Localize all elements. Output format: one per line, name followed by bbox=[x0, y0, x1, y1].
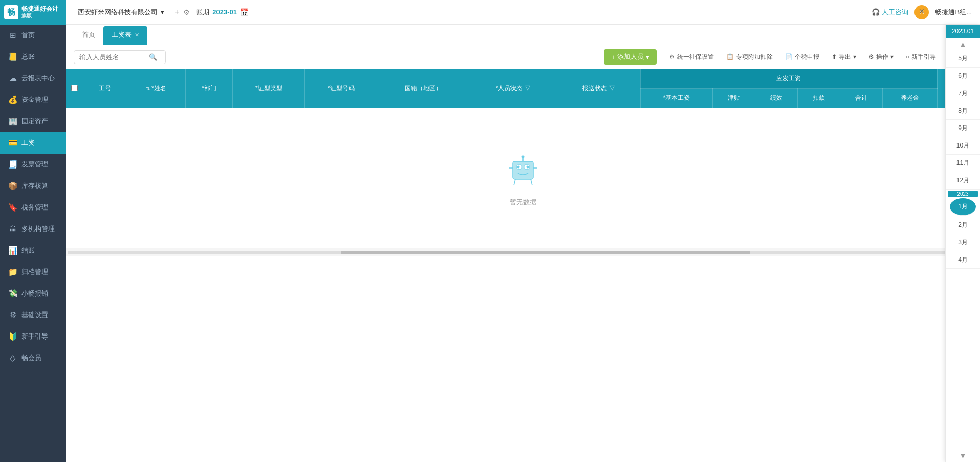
sidebar-label-tax: 税务管理 bbox=[21, 203, 48, 212]
cal-month-12月[interactable]: 12月 bbox=[946, 172, 980, 190]
tab-home[interactable]: 首页 bbox=[74, 26, 103, 45]
operate-label: 操作 bbox=[876, 53, 888, 61]
sidebar-item-tax[interactable]: 🔖税务管理 bbox=[0, 197, 66, 218]
sidebar-label-salary: 工资 bbox=[21, 138, 35, 148]
tabbar: 首页 工资表 ✕ bbox=[66, 25, 980, 45]
add-person-button[interactable]: + 添加人员 ▾ bbox=[604, 49, 657, 65]
sidebar-item-home[interactable]: ⊞首页 bbox=[0, 25, 66, 46]
select-all-checkbox[interactable] bbox=[71, 85, 78, 91]
assets-icon: 🏢 bbox=[8, 117, 17, 126]
search-box[interactable]: 🔍 bbox=[74, 50, 166, 64]
deduct-btn[interactable]: 📋 专项附加扣除 bbox=[722, 51, 777, 64]
sidebar-item-capital[interactable]: 💰资金管理 bbox=[0, 89, 66, 111]
svg-line-10 bbox=[531, 179, 532, 185]
sidebar-item-salary[interactable]: 💳工资 bbox=[0, 132, 66, 154]
cal-scroll-up[interactable]: ▲ bbox=[946, 38, 980, 50]
sidebar-item-assets[interactable]: 🏢固定资产 bbox=[0, 111, 66, 132]
col-group-salary: 应发工资 bbox=[640, 69, 937, 89]
add-company-btn[interactable]: + bbox=[175, 8, 179, 17]
scroll-track bbox=[68, 251, 978, 254]
sidebar-item-vip[interactable]: ◇畅会员 bbox=[0, 347, 66, 369]
salary-icon: 💳 bbox=[8, 138, 17, 148]
col-checkbox[interactable] bbox=[66, 69, 84, 108]
dropdown-icon: ▾ bbox=[161, 8, 164, 16]
col-deduct: 扣款 bbox=[797, 89, 840, 108]
sidebar-item-guide[interactable]: 🔰新手引导 bbox=[0, 326, 66, 347]
sidebar-item-ledger[interactable]: 📒总账 bbox=[0, 46, 66, 68]
social-setting-btn[interactable]: ⚙ 统一社保设置 bbox=[665, 51, 718, 64]
cal-month-10月[interactable]: 10月 bbox=[946, 137, 980, 155]
app-edition: 旗版 bbox=[21, 12, 58, 19]
search-icon: 🔍 bbox=[149, 53, 157, 61]
col-name: ⇅ *姓名 bbox=[126, 69, 185, 108]
sidebar-item-invoice[interactable]: 🧾发票管理 bbox=[0, 154, 66, 175]
sidebar: 畅 畅捷通好会计 旗版 ⊞首页📒总账☁云报表中心💰资金管理🏢固定资产💳工资🧾发票… bbox=[0, 0, 66, 462]
sort-icon[interactable]: ⇅ bbox=[146, 86, 150, 91]
cal-year-badge: 2023 bbox=[948, 191, 978, 197]
maximize-button[interactable]: ⤢ bbox=[932, 5, 944, 17]
cal-month-curr-1月[interactable]: 1月 bbox=[950, 198, 976, 216]
tab-home-label: 首页 bbox=[82, 30, 95, 39]
service-btn[interactable]: 🎧 人工咨询 bbox=[872, 8, 908, 17]
vip-icon: ◇ bbox=[8, 353, 17, 363]
period-label: 账期 bbox=[196, 8, 209, 17]
calendar-icon[interactable]: 📅 bbox=[240, 8, 249, 16]
sidebar-item-archive[interactable]: 📁归档管理 bbox=[0, 261, 66, 283]
svg-point-4 bbox=[526, 166, 529, 169]
cal-month-7月[interactable]: 7月 bbox=[946, 85, 980, 102]
sidebar-item-multi[interactable]: 🏛多机构管理 bbox=[0, 218, 66, 240]
cal-month-curr-3月[interactable]: 3月 bbox=[946, 234, 980, 251]
topbar: 西安虾米网络科技有限公司 ▾ + ⚙ 账期 2023-01 📅 🎧 人工咨询 B… bbox=[66, 0, 980, 25]
app-name: 畅捷通好会计 bbox=[21, 5, 58, 12]
settings-icon: ⚙ bbox=[8, 310, 17, 320]
invoice-icon: 🧾 bbox=[8, 160, 17, 169]
cal-month-curr-2月[interactable]: 2月 bbox=[946, 217, 980, 234]
settings-icon[interactable]: ⚙ bbox=[183, 8, 190, 16]
scroll-thumb[interactable] bbox=[341, 251, 751, 254]
guide-label: 新手引导 bbox=[911, 53, 936, 61]
sidebar-item-expense[interactable]: 💸小畅报销 bbox=[0, 283, 66, 304]
tab-salary[interactable]: 工资表 ✕ bbox=[103, 26, 147, 45]
table-container: 工号 ⇅ *姓名 *部门 *证型类型 *证型号码 国籍（地区） *人员状态 ▽ … bbox=[66, 69, 980, 462]
sidebar-label-archive: 归档管理 bbox=[21, 267, 48, 277]
cal-month-6月[interactable]: 6月 bbox=[946, 68, 980, 85]
tax-label: 个税申报 bbox=[795, 53, 819, 61]
app-logo: 畅 畅捷通好会计 旗版 bbox=[0, 0, 66, 25]
operate-btn[interactable]: ⚙ 操作 ▾ bbox=[864, 51, 898, 64]
cal-scroll-down[interactable]: ▼ bbox=[946, 450, 980, 462]
report-filter-icon[interactable]: ▽ bbox=[609, 85, 615, 92]
export-btn[interactable]: ⬆ 导出 ▾ bbox=[827, 51, 860, 64]
sidebar-item-closing[interactable]: 📊结账 bbox=[0, 240, 66, 261]
svg-line-9 bbox=[514, 179, 515, 185]
deduct-label: 专项附加扣除 bbox=[736, 53, 773, 61]
sidebar-item-report[interactable]: ☁云报表中心 bbox=[0, 68, 66, 89]
sidebar-item-settings[interactable]: ⚙基础设置 bbox=[0, 304, 66, 326]
period-value: 2023-01 bbox=[212, 8, 237, 16]
company-selector[interactable]: 西安虾米网络科技有限公司 ▾ bbox=[74, 6, 168, 19]
guide-btn[interactable]: ○ 新手引导 bbox=[902, 51, 940, 64]
guide-icon: 🔰 bbox=[8, 332, 17, 341]
close-button[interactable]: ✕ bbox=[916, 5, 928, 17]
horizontal-scrollbar[interactable] bbox=[66, 248, 980, 256]
tab-salary-close[interactable]: ✕ bbox=[135, 32, 139, 38]
sidebar-item-inventory[interactable]: 📦库存核算 bbox=[0, 175, 66, 197]
closing-icon: 📊 bbox=[8, 246, 17, 255]
cal-month-5月[interactable]: 5月 bbox=[946, 50, 980, 68]
cal-header: 2023.01 bbox=[946, 25, 980, 38]
cal-month-curr-4月[interactable]: 4月 bbox=[946, 251, 980, 269]
period-display: 账期 2023-01 📅 bbox=[196, 8, 249, 17]
sidebar-label-vip: 畅会员 bbox=[21, 353, 41, 363]
sidebar-label-ledger: 总账 bbox=[21, 52, 35, 61]
svg-point-6 bbox=[521, 156, 524, 158]
status-filter-icon[interactable]: ▽ bbox=[525, 85, 531, 92]
tax-btn[interactable]: 📄 个税申报 bbox=[781, 51, 823, 64]
sidebar-label-assets: 固定资产 bbox=[21, 117, 48, 126]
cal-month-9月[interactable]: 9月 bbox=[946, 120, 980, 137]
sidebar-label-report: 云报表中心 bbox=[21, 74, 55, 83]
add-dropdown-icon: ▾ bbox=[646, 53, 649, 61]
operate-icon: ⚙ bbox=[868, 53, 874, 60]
tax-icon: 🔖 bbox=[8, 203, 17, 212]
cal-month-11月[interactable]: 11月 bbox=[946, 155, 980, 172]
cal-month-8月[interactable]: 8月 bbox=[946, 102, 980, 120]
search-input[interactable] bbox=[79, 53, 146, 61]
